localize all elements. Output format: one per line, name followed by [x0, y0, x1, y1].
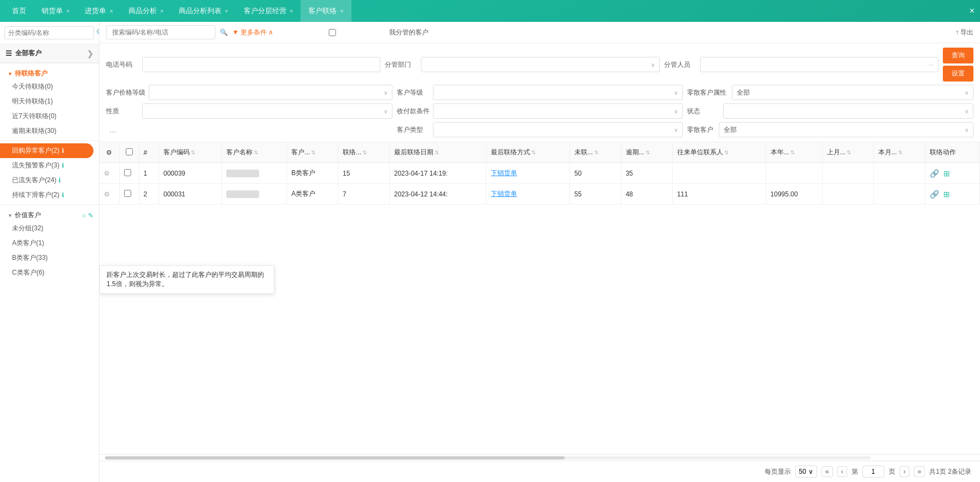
window-close-button[interactable]: ×	[970, 6, 975, 16]
td-last-contact-method[interactable]: 下销货单	[486, 184, 570, 205]
action-link-icon[interactable]: 🔗	[930, 169, 939, 178]
next-page-button[interactable]: ›	[900, 466, 909, 477]
price-grade-select[interactable]: ∨	[149, 85, 392, 100]
table-row: ⚙2000031 A类客户72023-04-12 14:44:下销货单55481…	[99, 184, 980, 205]
customer-type-select[interactable]: ∨	[433, 122, 683, 137]
sidebar-item-value[interactable]: B类客户(33)	[0, 251, 99, 265]
row-checkbox[interactable]	[124, 190, 131, 197]
person-select[interactable]: ···	[700, 57, 938, 72]
my-customers-checkbox[interactable]	[278, 29, 387, 36]
sidebar-item-pending[interactable]: 明天待联络(1)	[0, 94, 99, 109]
td-this-month	[873, 163, 925, 184]
nav-item-客户联络[interactable]: 客户联络×	[301, 0, 351, 22]
settings-button[interactable]: 设置	[943, 66, 973, 82]
more-conditions-button[interactable]: ▼ 更多条件 ∧	[232, 28, 273, 37]
query-button[interactable]: 查询	[943, 48, 973, 63]
nav-close-icon[interactable]: ×	[340, 8, 343, 14]
sidebar-item-repurchase-abnormal[interactable]: 回购异常客户(2) ℹ	[0, 143, 93, 158]
td-action[interactable]: 🔗⊞	[925, 184, 979, 205]
row-checkbox[interactable]	[124, 169, 131, 176]
action-grid-icon[interactable]: ⊞	[943, 169, 950, 178]
nav-close-icon[interactable]: ×	[160, 8, 163, 14]
td-checkbox[interactable]	[119, 163, 139, 184]
dept-select[interactable]: ∨	[421, 57, 659, 72]
last-page-button[interactable]: »	[914, 466, 925, 477]
retail-customer-cell: 零散客户 全部∨	[687, 122, 973, 137]
td-action[interactable]: 🔗⊞	[925, 163, 979, 184]
td-checkbox[interactable]	[119, 184, 139, 205]
action-grid-icon[interactable]: ⊞	[943, 190, 950, 199]
sidebar-item-value[interactable]: 未分组(32)	[0, 221, 99, 236]
th-name[interactable]: 客户名称⇅	[222, 142, 287, 163]
td-settings[interactable]: ⚙	[99, 184, 119, 205]
my-customers-checkbox-label[interactable]: 我分管的客户	[278, 28, 429, 37]
sidebar-item-pending[interactable]: 今天待联络(0)	[0, 79, 99, 94]
search-input[interactable]	[106, 25, 215, 39]
sidebar-item-pending[interactable]: 逾期未联络(30)	[0, 124, 99, 138]
customer-grade-select[interactable]: ∨	[433, 85, 683, 100]
nav-close-icon[interactable]: ×	[109, 8, 113, 14]
th-last-contact-method[interactable]: 最后联络方式⇅	[486, 142, 570, 163]
first-page-button[interactable]: «	[821, 466, 833, 477]
th-code[interactable]: 客户编码⇅	[159, 142, 222, 163]
search-button[interactable]: 🔍	[220, 28, 228, 36]
nav-close-icon[interactable]: ×	[66, 8, 69, 14]
nav-item-首页[interactable]: 首页	[4, 0, 34, 22]
scroll-thumb[interactable]	[105, 456, 565, 460]
nav-close-icon[interactable]: ×	[225, 8, 228, 14]
select-all-checkbox[interactable]	[126, 148, 133, 155]
scroll-track[interactable]	[105, 456, 871, 460]
th-settings[interactable]: ⚙	[99, 142, 119, 163]
value-section-edit-icon[interactable]: ✎	[88, 212, 93, 219]
table-area: ⚙ # 客户编码⇅ 客户名称⇅ 客户...⇅ 联络...⇅ 最后联络日期⇅ 最后…	[99, 142, 980, 454]
sidebar-item-other[interactable]: 持续下滑客户(2)ℹ	[0, 188, 99, 202]
th-overdue[interactable]: 逾期...⇅	[621, 142, 672, 163]
sidebar-item-value[interactable]: C类客户(6)	[0, 265, 99, 280]
nav-item-进货单[interactable]: 进货单×	[77, 0, 120, 22]
nav-close-icon[interactable]: ×	[290, 8, 293, 14]
phone-input[interactable]	[142, 57, 380, 72]
sidebar-search-input[interactable]	[4, 26, 94, 39]
row-settings-icon[interactable]: ⚙	[104, 190, 110, 198]
th-last-month[interactable]: 上月...⇅	[822, 142, 873, 163]
nav-item-商品分析[interactable]: 商品分析×	[121, 0, 171, 22]
last-contact-method-link[interactable]: 下销货单	[491, 190, 517, 198]
th-this-year[interactable]: 本年...⇅	[766, 142, 822, 163]
nav-item-商品分析列表[interactable]: 商品分析列表×	[171, 0, 236, 22]
td-not-contacted: 50	[570, 163, 621, 184]
gender-select[interactable]: ∨	[142, 103, 392, 119]
action-link-icon[interactable]: 🔗	[930, 190, 939, 199]
payment-select[interactable]: ∨	[433, 103, 683, 119]
td-code: 000031	[159, 184, 222, 205]
sidebar-item-pending[interactable]: 近7天待联络(0)	[0, 109, 99, 124]
prev-page-button[interactable]: ‹	[837, 466, 847, 477]
status-select[interactable]: ∨	[723, 103, 973, 119]
nav-item-销货单[interactable]: 销货单×	[34, 0, 77, 22]
th-not-contacted[interactable]: 未联...⇅	[570, 142, 621, 163]
phone-cell: 电话号码	[106, 57, 380, 72]
sidebar-item-value[interactable]: A类客户(1)	[0, 236, 99, 251]
export-button[interactable]: ↑ 导出	[955, 28, 973, 37]
sidebar-item-other[interactable]: 已流失客户(24)ℹ	[0, 173, 99, 188]
row-settings-icon[interactable]: ⚙	[104, 170, 110, 177]
th-customer-type[interactable]: 客户...⇅	[287, 142, 338, 163]
collapse-icon[interactable]: ❯	[87, 49, 93, 58]
nav-item-客户分层经营[interactable]: 客户分层经营×	[236, 0, 301, 22]
th-company-contact[interactable]: 往来单位联系人⇅	[672, 142, 766, 163]
horizontal-scrollbar[interactable]	[99, 454, 980, 461]
sidebar-item-other[interactable]: 流失预警客户(3)ℹ	[0, 158, 99, 173]
sidebar-all-customers[interactable]: ☰ 全部客户 ❯	[0, 44, 99, 63]
per-page-select[interactable]: 50 ∨	[795, 466, 817, 478]
th-last-contact-date[interactable]: 最后联络日期⇅	[389, 142, 486, 163]
th-checkbox[interactable]	[119, 142, 139, 163]
td-last-contact-method[interactable]: 下销货单	[486, 163, 570, 184]
th-contact[interactable]: 联络...⇅	[338, 142, 390, 163]
value-section-circle-icon[interactable]: ○	[82, 212, 86, 219]
retail-attr-select[interactable]: 全部∨	[732, 85, 973, 100]
last-contact-method-link[interactable]: 下销货单	[491, 169, 517, 177]
more-filter-button[interactable]: ...	[106, 125, 120, 135]
th-this-month[interactable]: 本月...⇅	[873, 142, 925, 163]
retail-customer-select[interactable]: 全部∨	[719, 122, 973, 137]
current-page-input[interactable]	[862, 466, 884, 478]
td-settings[interactable]: ⚙	[99, 163, 119, 184]
